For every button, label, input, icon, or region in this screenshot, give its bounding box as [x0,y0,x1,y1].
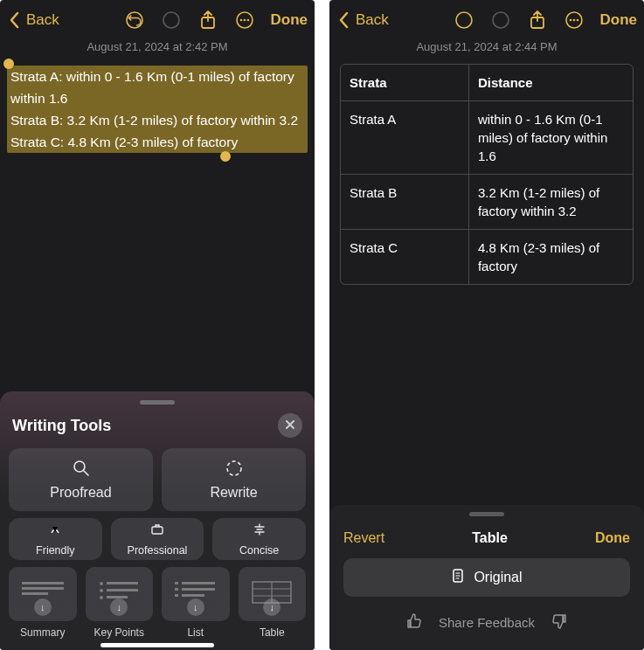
selected-line: Strata A: within 0 - 1.6 Km (0-1 miles) … [10,66,304,109]
download-icon: ↓ [34,598,52,616]
nav-actions: Done [124,10,308,31]
friendly-label: Friendly [36,544,74,557]
mode-title: Table [472,530,508,546]
svg-point-6 [246,19,249,22]
svg-rect-10 [22,582,64,584]
chevron-left-icon [333,10,354,31]
writing-tools-sheet: Writing Tools Proofread Rewrite [0,391,315,650]
cell-distance: 4.8 Km (2-3 miles) of factory [469,230,633,284]
table-thumb[interactable]: ↓ [239,567,307,621]
feedback-label[interactable]: Share Feedback [439,615,535,630]
svg-point-5 [243,19,246,22]
download-icon: ↓ [187,598,204,616]
right-screenshot: Back Done August 21, 2024 at 2:44 PM Str… [329,0,644,650]
undo-icon[interactable] [124,10,145,31]
keypoints-label: Key Points [86,626,154,639]
list-label: List [162,626,230,639]
thumbs-down-icon[interactable] [551,612,568,633]
redo-icon [490,10,511,31]
summary-thumb[interactable]: ↓ [9,567,77,621]
cell-strata: Strata C [341,230,469,284]
selection-handle-end[interactable] [220,151,231,162]
proofread-button[interactable]: Proofread [9,448,153,511]
concise-button[interactable]: Concise [212,518,306,560]
back-button[interactable]: Back [3,10,59,31]
table-header-row: Strata Distance [341,65,633,100]
share-icon[interactable] [527,10,548,31]
professional-label: Professional [128,544,188,557]
table-label: Table [239,626,307,639]
sheet-grabber[interactable] [469,512,504,516]
proofread-label: Proofread [50,485,111,501]
close-button[interactable] [278,413,302,438]
sheet-title: Writing Tools [12,417,111,435]
selected-line: Strata B: 3.2 Km (1-2 miles) of factory … [10,109,304,131]
friendly-button[interactable]: Friendly [9,518,102,560]
rewrite-button[interactable]: Rewrite [162,448,306,511]
original-button[interactable]: Original [343,558,630,597]
col-header-strata: Strata [341,65,469,100]
concise-label: Concise [239,544,279,557]
done-button[interactable]: Done [595,530,630,546]
text-selection[interactable]: Strata A: within 0 - 1.6 Km (0-1 miles) … [7,66,308,153]
nav-bar: Back Done [0,0,315,37]
magnifier-check-icon [72,459,91,481]
svg-point-13 [100,582,103,585]
download-icon: ↓ [263,598,280,616]
done-button[interactable]: Done [271,11,308,29]
svg-point-1 [163,12,179,28]
table-row: Strata B 3.2 Km (1-2 miles) of factory w… [341,174,633,229]
selection-handle-start[interactable] [3,59,14,69]
keypoints-thumb[interactable]: ↓ [86,567,154,621]
svg-rect-20 [182,582,215,584]
more-icon[interactable] [234,10,255,31]
svg-rect-14 [107,582,138,584]
revert-button[interactable]: Revert [343,530,384,546]
original-label: Original [474,570,522,585]
professional-button[interactable]: Professional [111,518,204,560]
cell-strata: Strata B [341,175,469,229]
briefcase-icon [150,522,164,539]
download-icon: ↓ [110,598,128,616]
chevron-left-icon [3,10,24,31]
svg-point-27 [493,12,509,28]
svg-point-32 [576,19,578,22]
thumbs-up-icon[interactable] [405,612,423,633]
sheet-grabber[interactable] [140,400,175,405]
nav-actions: Done [454,10,638,31]
svg-point-17 [100,596,103,599]
back-label: Back [356,11,389,29]
note-body[interactable]: Strata A: within 0 - 1.6 Km (0-1 miles) … [0,53,315,160]
svg-rect-16 [107,589,138,591]
feedback-row: Share Feedback [329,612,644,633]
back-button[interactable]: Back [333,10,389,31]
svg-point-15 [100,589,103,592]
svg-point-26 [456,12,472,28]
svg-rect-24 [182,594,204,597]
back-label: Back [26,11,59,29]
summary-label: Summary [9,626,77,639]
svg-point-7 [74,461,85,472]
svg-rect-22 [182,588,215,591]
undo-icon[interactable] [454,10,474,31]
table-row: Strata C 4.8 Km (2-3 miles) of factory [341,229,633,284]
svg-point-30 [569,19,571,22]
list-thumb[interactable]: ↓ [162,567,230,621]
note-timestamp: August 21, 2024 at 2:42 PM [0,40,315,53]
svg-rect-11 [22,587,64,590]
nav-bar: Back Done [329,0,644,37]
share-icon[interactable] [197,10,218,31]
result-sheet: Revert Table Done Original Share Feedbac… [329,505,644,650]
svg-rect-19 [175,582,178,584]
friendly-icon [48,522,62,539]
strata-table[interactable]: Strata Distance Strata A within 0 - 1.6 … [340,64,634,285]
svg-rect-23 [175,594,178,597]
done-button[interactable]: Done [600,11,638,29]
more-icon[interactable] [564,10,585,31]
home-indicator[interactable] [100,643,214,647]
col-header-distance: Distance [469,65,633,100]
concise-icon [253,522,267,539]
svg-rect-21 [175,588,178,591]
svg-point-31 [572,19,575,22]
cell-strata: Strata A [341,101,469,174]
